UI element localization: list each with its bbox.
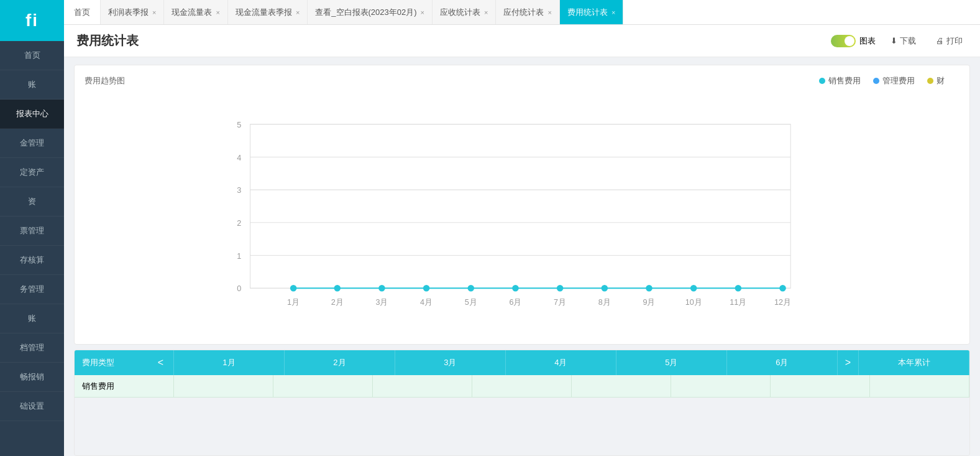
svg-text:4: 4 (237, 154, 241, 162)
legend-label-management: 管理费用 (882, 75, 915, 86)
tab-cashflow-quarterly[interactable]: 现金流量表季报 × (228, 0, 308, 24)
th-month-2: 2月 (285, 350, 395, 375)
close-tab-blank-report[interactable]: × (421, 9, 424, 16)
tab-expense[interactable]: 费用统计表 × (560, 0, 623, 24)
td-val-3 (373, 375, 472, 397)
th-nav-next: > (838, 350, 859, 375)
th-month-1: 1月 (174, 350, 285, 375)
sidebar-item-fund-management[interactable]: 金管理 (0, 129, 64, 158)
content-area: 费用统计表 图表 ⬇ 下载 🖨 打印 费用趋势图 (64, 25, 980, 456)
close-tab-profit-quarterly[interactable]: × (152, 9, 156, 16)
toggle-container: 图表 (831, 35, 876, 47)
sidebar-item-report-center[interactable]: 报表中心 (0, 100, 64, 129)
tab-cashflow[interactable]: 现金流量表 × (164, 0, 227, 24)
chart-legend: 销售费用 管理费用 财 (819, 75, 945, 86)
td-val-2 (273, 375, 373, 397)
svg-text:9月: 9月 (643, 298, 655, 307)
td-type: 销售费用 (75, 375, 174, 397)
svg-text:11月: 11月 (730, 298, 746, 307)
next-month-button[interactable]: > (843, 357, 853, 368)
sidebar-item-business-management[interactable]: 务管理 (0, 275, 64, 304)
svg-point-35 (735, 285, 742, 292)
table-section: 费用类型 < 1月 2月 3月 4月 5月 6月 > 本年累计 销售费用 (74, 350, 970, 456)
legend-dot-sales (819, 78, 825, 84)
svg-point-32 (602, 285, 608, 292)
th-month-5: 5月 (616, 350, 727, 375)
chart-toggle[interactable] (831, 35, 856, 47)
th-cumulative: 本年累计 (859, 350, 969, 375)
page-title: 费用统计表 (76, 32, 139, 49)
sidebar-item-ledger[interactable]: 账 (0, 304, 64, 333)
table-row: 销售费用 (75, 375, 969, 398)
legend-finance: 财 (927, 75, 945, 86)
sidebar-item-invoice-management[interactable]: 票管理 (0, 216, 64, 246)
sidebar-item-inventory[interactable]: 存核算 (0, 246, 64, 275)
header-actions: 图表 ⬇ 下载 🖨 打印 (831, 33, 968, 49)
sidebar-item-account[interactable]: 账 (0, 70, 64, 100)
chart-area: 费用趋势图 销售费用 管理费用 财 (74, 65, 970, 345)
download-icon: ⬇ (891, 36, 897, 45)
svg-text:1: 1 (237, 252, 241, 261)
svg-text:6月: 6月 (509, 298, 521, 307)
th-month-6: 6月 (727, 350, 838, 375)
td-val-1 (174, 375, 273, 397)
td-val-5 (572, 375, 671, 397)
sidebar-item-capital[interactable]: 资 (0, 187, 64, 216)
print-button[interactable]: 🖨 打印 (931, 33, 968, 49)
sidebar-item-base-settings[interactable]: 础设置 (0, 392, 64, 421)
page-header: 费用统计表 图表 ⬇ 下载 🖨 打印 (64, 25, 980, 57)
svg-point-33 (646, 285, 653, 292)
th-type-label: 费用类型 (82, 357, 114, 368)
td-val-6 (671, 375, 771, 397)
legend-label-finance: 财 (936, 75, 945, 86)
svg-point-29 (468, 285, 475, 292)
toggle-label: 图表 (859, 35, 876, 47)
svg-text:4月: 4月 (420, 298, 433, 307)
download-button[interactable]: ⬇ 下载 (886, 33, 921, 49)
sidebar-logo: fi (0, 0, 64, 41)
tabs-bar: 首页 利润表季报 × 现金流量表 × 现金流量表季报 × 查看_空白报表(202… (64, 0, 980, 25)
close-tab-receivable[interactable]: × (484, 9, 488, 16)
tab-profit-quarterly[interactable]: 利润表季报 × (101, 0, 164, 24)
legend-sales: 销售费用 (819, 75, 861, 86)
chart-svg: 0 1 2 3 4 5 1月 2月 (85, 91, 959, 334)
close-tab-payable[interactable]: × (547, 9, 551, 16)
close-tab-cashflow-quarterly[interactable]: × (296, 9, 300, 16)
svg-point-34 (690, 285, 697, 292)
prev-month-button[interactable]: < (155, 357, 166, 368)
svg-text:3: 3 (237, 186, 241, 195)
svg-point-27 (378, 285, 385, 292)
legend-dot-finance (927, 78, 933, 84)
sidebar-item-fixed-assets[interactable]: 定资产 (0, 158, 64, 187)
svg-point-28 (423, 285, 430, 292)
tab-home[interactable]: 首页 (64, 0, 101, 24)
td-cumulative (870, 375, 969, 397)
main-content: 首页 利润表季报 × 现金流量表 × 现金流量表季报 × 查看_空白报表(202… (64, 0, 980, 456)
tab-payable[interactable]: 应付统计表 × (496, 0, 559, 24)
svg-text:10月: 10月 (685, 298, 702, 307)
close-tab-expense[interactable]: × (611, 9, 615, 16)
th-month-3: 3月 (395, 350, 506, 375)
table-header: 费用类型 < 1月 2月 3月 4月 5月 6月 > 本年累计 (75, 350, 969, 375)
td-nav-spacer (771, 375, 870, 397)
svg-point-36 (779, 285, 786, 292)
svg-point-25 (290, 285, 297, 292)
svg-text:5月: 5月 (465, 298, 477, 307)
svg-point-31 (557, 285, 564, 292)
chart-container: 0 1 2 3 4 5 1月 2月 (85, 91, 959, 334)
th-type: 费用类型 < (75, 350, 174, 375)
svg-text:1月: 1月 (287, 298, 300, 307)
legend-management: 管理费用 (873, 75, 915, 86)
close-tab-cashflow[interactable]: × (216, 9, 219, 16)
tab-blank-report[interactable]: 查看_空白报表(2023年02月) × (308, 0, 433, 24)
sidebar-item-home[interactable]: 首页 (0, 41, 64, 70)
tab-receivable[interactable]: 应收统计表 × (433, 0, 496, 24)
sidebar-item-archive-management[interactable]: 档管理 (0, 333, 64, 363)
svg-text:5: 5 (237, 121, 241, 129)
sidebar: fi 首页 账 报表中心 金管理 定资产 资 票管理 存核算 务管理 账 档管理… (0, 0, 64, 456)
svg-text:2: 2 (237, 219, 241, 228)
sidebar-item-reimbursement[interactable]: 畅报销 (0, 363, 64, 392)
th-month-4: 4月 (506, 350, 616, 375)
svg-rect-12 (250, 124, 791, 289)
legend-dot-management (873, 78, 879, 84)
